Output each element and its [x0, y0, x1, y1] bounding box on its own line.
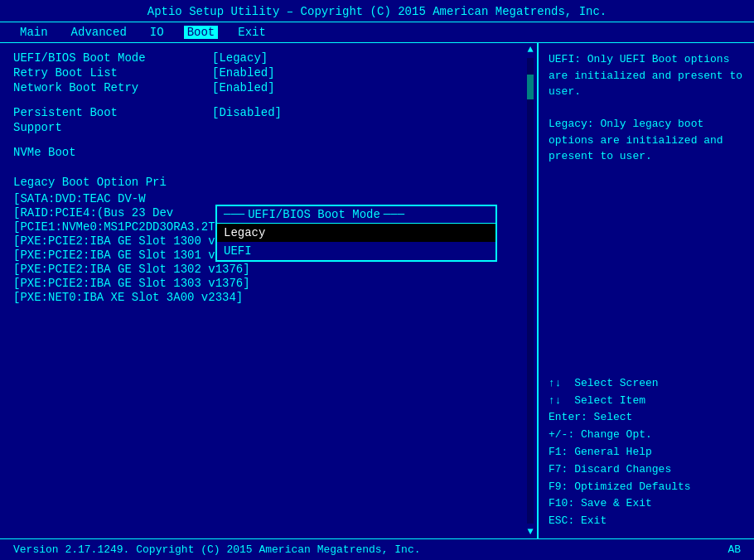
scroll-track [527, 58, 534, 524]
dropdown-modal: ─── UEFI/BIOS Boot Mode ─── Legacy UEFI [215, 205, 497, 262]
menu-bar: Main Advanced IO Boot Exit [0, 22, 754, 43]
boot-item-0[interactable]: [SATA:DVD:TEAC DV-W [13, 192, 510, 205]
setting-value-retry: [Enabled] [212, 66, 275, 80]
key-change-opt: +/-: Change Opt. [549, 427, 744, 444]
dropdown-title: ─── UEFI/BIOS Boot Mode ─── [217, 206, 495, 224]
main-content: UEFI/BIOS Boot Mode [Legacy] Retry Boot … [0, 43, 754, 538]
setting-row-network[interactable]: Network Boot Retry [Enabled] [13, 81, 510, 94]
setting-label-network: Network Boot Retry [13, 81, 212, 94]
dropdown-option-uefi[interactable]: UEFI [217, 242, 495, 260]
setting-row-nvme[interactable]: NVMe Boot [13, 146, 510, 159]
scroll-thumb[interactable] [527, 75, 534, 99]
boot-item-5[interactable]: [PXE:PCIE2:IBA GE Slot 1302 v1376] [13, 263, 510, 276]
menu-item-boot[interactable]: Boot [184, 26, 219, 39]
title-text: Aptio Setup Utility – Copyright (C) 2015… [147, 5, 607, 18]
key-f7: F7: Discard Changes [549, 461, 744, 479]
key-select-item: ↑↓ Select Item [549, 393, 744, 410]
boot-item-7[interactable]: [PXE:NET0:IBA XE Slot 3A00 v2334] [13, 291, 510, 304]
dropdown-option-legacy[interactable]: Legacy [217, 224, 495, 242]
setting-label-retry: Retry Boot List [13, 66, 212, 80]
boot-list-header: Legacy Boot Option Pri [13, 176, 510, 189]
setting-row-uefi-bios[interactable]: UEFI/BIOS Boot Mode [Legacy] [13, 51, 510, 65]
key-enter: Enter: Select [549, 409, 744, 427]
setting-value-uefi-bios: [Legacy] [212, 51, 268, 65]
setting-row-retry[interactable]: Retry Boot List [Enabled] [13, 66, 510, 80]
scroll-up-arrow[interactable]: ▲ [527, 43, 533, 56]
key-f10: F10: Save & Exit [549, 495, 744, 513]
key-help: ↑↓ Select Screen ↑↓ Select Item Enter: S… [549, 375, 744, 530]
setting-row-persistent[interactable]: Persistent Boot [Disabled] [13, 106, 510, 119]
dropdown-title-text: UEFI/BIOS Boot Mode [248, 208, 380, 221]
right-panel: UEFI: Only UEFI Boot options are initial… [539, 43, 754, 538]
setting-label-uefi-bios: UEFI/BIOS Boot Mode [13, 51, 212, 65]
menu-item-io[interactable]: IO [147, 26, 167, 39]
title-bar: Aptio Setup Utility – Copyright (C) 2015… [0, 0, 754, 22]
setting-row-support: Support [13, 121, 510, 134]
setting-value-network: [Enabled] [212, 81, 275, 94]
left-panel: UEFI/BIOS Boot Mode [Legacy] Retry Boot … [0, 43, 524, 538]
setting-label-persistent: Persistent Boot [13, 106, 212, 119]
menu-item-main[interactable]: Main [17, 26, 51, 39]
footer-text: Version 2.17.1249. Copyright (C) 2015 Am… [13, 543, 420, 556]
setting-label-support: Support [13, 121, 212, 134]
menu-item-exit[interactable]: Exit [234, 26, 269, 39]
key-esc: ESC: Exit [549, 513, 744, 530]
key-f1: F1: General Help [549, 444, 744, 461]
boot-item-6[interactable]: [PXE:PCIE2:IBA GE Slot 1303 v1376] [13, 277, 510, 290]
key-select-screen: ↑↓ Select Screen [549, 375, 744, 393]
scroll-down-arrow[interactable]: ▼ [527, 525, 533, 538]
help-text: UEFI: Only UEFI Boot options are initial… [549, 51, 744, 369]
setting-value-persistent: [Disabled] [212, 106, 282, 119]
key-f9: F9: Optimized Defaults [549, 479, 744, 496]
footer-badge: AB [727, 543, 741, 556]
menu-item-advanced[interactable]: Advanced [68, 26, 130, 39]
setting-label-nvme: NVMe Boot [13, 146, 212, 159]
scrollbar: ▲ ▼ [524, 43, 537, 538]
footer: Version 2.17.1249. Copyright (C) 2015 Am… [0, 538, 754, 560]
